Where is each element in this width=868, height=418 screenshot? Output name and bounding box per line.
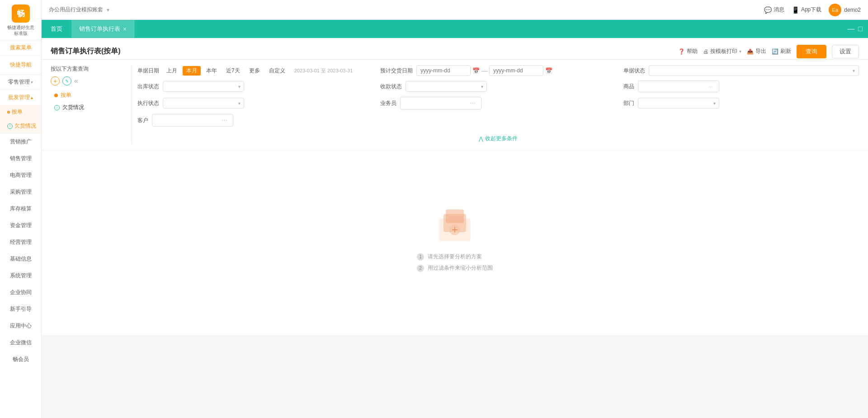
tab-close-btn[interactable]: × — [123, 25, 127, 33]
goods-label: 商品 — [623, 83, 634, 90]
out-status-select[interactable] — [163, 81, 244, 92]
print-dropdown-icon[interactable]: ▾ — [739, 49, 741, 54]
sidebar-item-enterprise[interactable]: 企业协同 — [0, 284, 41, 301]
empty-state-container: 1 请先选择要分析的方案 2 用过滤条件来缩小分析范围 — [42, 151, 868, 335]
print-icon: 🖨 — [703, 48, 708, 55]
goods-input[interactable] — [642, 83, 706, 90]
date-tab-thisyear[interactable]: 本年 — [203, 66, 221, 76]
tab-sales-order-label: 销售订单执行表 — [79, 25, 120, 33]
sidebar-item-retail[interactable]: 零售管理 ▾ — [0, 75, 41, 90]
exec-status-select[interactable] — [163, 98, 244, 109]
calendar-from-icon[interactable]: 📅 — [472, 67, 480, 74]
filter-add-btn[interactable]: + — [51, 76, 60, 86]
topbar-msg-label: 消息 — [774, 6, 784, 14]
filter-edit-btn[interactable]: ✎ — [62, 76, 71, 86]
scheme-order-label: 按单 — [61, 91, 71, 99]
topbar-message-btn[interactable]: 💬 消息 — [764, 6, 784, 14]
empty-hint-1: 1 请先选择要分析的方案 — [417, 253, 493, 261]
sidebar-item-quick-nav[interactable]: 快捷导航 — [0, 57, 41, 72]
sidebar-item-basic[interactable]: 基础信息 — [0, 251, 41, 267]
sidebar-quick-nav[interactable]: 快捷导航 — [0, 56, 41, 75]
date-tab-thismonth[interactable]: 本月 — [183, 66, 201, 76]
scheme-debt-icon: ○ — [54, 105, 60, 110]
date-tab-lastmonth[interactable]: 上月 — [163, 66, 181, 76]
dept-select[interactable] — [638, 98, 719, 109]
filter-group-receive-status: 收款状态 — [380, 81, 616, 92]
sidebar-vip-label: 畅会员 — [13, 356, 29, 363]
sidebar-item-purchase[interactable]: 采购管理 — [0, 184, 41, 200]
doc-status-dropdown-icon[interactable]: ▾ — [853, 68, 855, 73]
sidebar-item-wholesale[interactable]: 批发管理 ▴ — [0, 90, 41, 105]
sidebar-sales-label: 销售管理 — [10, 155, 32, 162]
sidebar-item-appstore[interactable]: 应用中心 — [0, 318, 41, 334]
scheme-order[interactable]: 按单 — [51, 89, 126, 101]
refresh-btn[interactable]: 🔄 刷新 — [772, 48, 791, 55]
sidebar-item-inventory[interactable]: 库存核算 — [0, 200, 41, 217]
sidebar-item-ecommerce[interactable]: 电商管理 — [0, 167, 41, 184]
sidebar-item-sales[interactable]: 销售管理 — [0, 150, 41, 167]
filter-group-goods: 商品 ··· — [623, 81, 859, 92]
user-area[interactable]: Ea demo2 — [829, 4, 861, 16]
tab-home[interactable]: 首页 — [42, 20, 72, 38]
filter-section: 按以下方案查询 + ✎ « 按单 ○ 欠货情况 — [51, 65, 859, 144]
app-download-icon: 📱 — [792, 6, 799, 14]
tabbar-maximize-btn[interactable]: □ — [858, 25, 863, 33]
sidebar-item-retail-label: 零售管理 — [8, 78, 30, 86]
query-btn[interactable]: 查询 — [797, 45, 826, 58]
svg-rect-2 — [446, 209, 464, 223]
salesperson-more-btn[interactable]: ··· — [468, 99, 477, 107]
expected-date-from[interactable] — [416, 65, 471, 76]
tabbar-minimize-btn[interactable]: — — [847, 25, 854, 33]
receive-status-select-wrapper — [406, 81, 487, 92]
sidebar-search[interactable]: 搜索菜单 — [0, 40, 41, 56]
tab-sales-order[interactable]: 销售订单执行表 × — [72, 20, 134, 38]
date-input-group: 📅 — 📅 — [416, 65, 552, 76]
logo-icon: 畅 — [12, 5, 30, 23]
sidebar-item-finance[interactable]: 资金管理 — [0, 217, 41, 234]
date-tab-custom[interactable]: 自定义 — [265, 66, 289, 76]
filter-collapse-btn[interactable]: « — [74, 77, 78, 85]
sidebar-sub-order[interactable]: 按单 — [0, 105, 41, 119]
sidebar-item-operations[interactable]: 经营管理 — [0, 234, 41, 251]
topbar-app-download-btn[interactable]: 📱 App下载 — [792, 6, 821, 14]
sidebar-group-wholesale: 批发管理 ▴ 按单 ○ 欠货情况 — [0, 90, 41, 133]
customer-label: 客户 — [137, 117, 148, 124]
empty-state-illustration — [432, 205, 477, 246]
filter-conditions: 单据日期 上月 本月 本年 近7天 更多 自定义 2023-03-01 至 20… — [137, 65, 859, 144]
calendar-to-icon[interactable]: 📅 — [545, 67, 552, 74]
page-content: 销售订单执行表(按单) ❓ 帮助 🖨 按模板打印 ▾ 📤 导出 🔄 刷新 — [42, 38, 868, 418]
collapse-more-btn[interactable]: ⋀ 收起更多条件 — [479, 135, 518, 142]
print-btn[interactable]: 🖨 按模板打印 ▾ — [703, 48, 741, 55]
tabbar: 首页 销售订单执行表 × — □ — [42, 20, 868, 38]
topbar-app-download-label: App下载 — [801, 6, 821, 14]
sidebar-item-vip[interactable]: 畅会员 — [0, 351, 41, 368]
sidebar-item-wechat[interactable]: 企业微信 — [0, 334, 41, 351]
customer-more-btn[interactable]: ··· — [220, 116, 229, 124]
export-btn[interactable]: 📤 导出 — [747, 48, 766, 55]
salesperson-input[interactable] — [404, 100, 468, 106]
doc-status-input[interactable] — [653, 67, 853, 74]
receive-status-select[interactable] — [406, 81, 487, 92]
dept-select-wrapper — [638, 98, 719, 109]
exec-status-select-wrapper — [163, 98, 244, 109]
topbar-dropdown-icon[interactable]: ▾ — [107, 7, 109, 13]
out-status-select-wrapper — [163, 81, 244, 92]
doc-status-input-wrapper[interactable]: ▾ — [649, 65, 859, 76]
sub-order-label: 按单 — [12, 108, 23, 116]
settings-btn[interactable]: 设置 — [832, 45, 859, 58]
sidebar-item-newbie[interactable]: 新手引导 — [0, 301, 41, 318]
customer-input[interactable] — [156, 117, 220, 124]
date-tab-7days[interactable]: 近7天 — [222, 66, 244, 76]
search-label: 搜索菜单 — [10, 44, 32, 51]
sidebar-item-marketing[interactable]: 营销推广 — [0, 133, 41, 150]
date-tab-more[interactable]: 更多 — [245, 66, 264, 76]
expected-date-to[interactable] — [489, 65, 543, 76]
topbar: 办公用品行业模拟账套 ▾ 💬 消息 📱 App下载 Ea demo2 — [42, 0, 868, 20]
filter-scheme-controls: + ✎ « — [51, 76, 126, 86]
hint1-text: 请先选择要分析的方案 — [428, 253, 482, 261]
help-btn[interactable]: ❓ 帮助 — [678, 48, 698, 55]
sidebar-sub-debt[interactable]: ○ 欠货情况 — [0, 119, 41, 133]
goods-more-btn[interactable]: ··· — [706, 83, 715, 90]
sidebar-item-system[interactable]: 系统管理 — [0, 267, 41, 284]
scheme-debt[interactable]: ○ 欠货情况 — [51, 101, 126, 114]
